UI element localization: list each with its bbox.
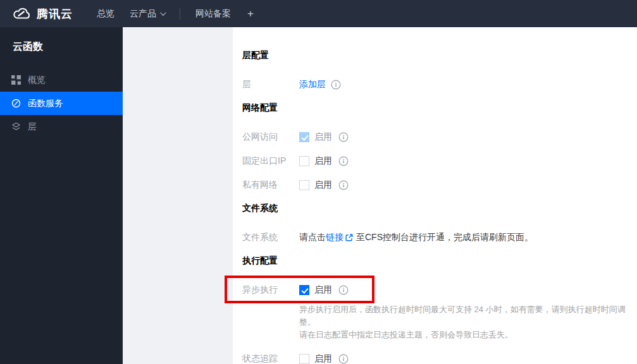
enable-label: 启用 <box>314 353 332 364</box>
status-tracking-checkbox[interactable] <box>299 354 309 364</box>
info-icon[interactable] <box>338 285 349 295</box>
sidebar-item-function-service[interactable]: 函数服务 <box>0 92 123 115</box>
nav-cloud-products[interactable]: 云产品 <box>122 0 172 27</box>
row-vpc: 私有网络 启用 <box>242 179 631 191</box>
sidebar: 云函数 概览 函数服务 层 <box>0 27 123 364</box>
enable-label: 启用 <box>314 131 332 143</box>
info-icon[interactable] <box>338 156 349 166</box>
row-filesystem: 文件系统 请点击 链接 至CFS控制台进行开通，完成后请刷新页面。 <box>242 231 631 244</box>
filesystem-hint: 请点击 链接 至CFS控制台进行开通，完成后请刷新页面。 <box>299 232 533 243</box>
row-status-tracking: 状态追踪 启用 <box>242 353 631 364</box>
collapsed-panel <box>123 27 233 364</box>
nav-icp-label: 网站备案 <box>195 8 231 20</box>
enable-label: 启用 <box>314 155 332 167</box>
info-icon[interactable] <box>338 132 349 142</box>
row-label: 层 <box>242 79 299 90</box>
hint-text-after: 至CFS控制台进行开通，完成后请刷新页面。 <box>356 232 533 243</box>
async-execution-checkbox[interactable] <box>299 285 309 295</box>
layers-icon <box>11 122 21 131</box>
note-line-2: 请在日志配置中指定日志投递主题，否则会导致日志丢失。 <box>299 329 631 341</box>
sidebar-item-label: 函数服务 <box>28 98 63 109</box>
top-bar: 腾讯云 总览 云产品 网站备案 + <box>0 0 637 27</box>
chevron-down-icon <box>160 9 166 16</box>
row-label: 固定出口IP <box>242 155 299 167</box>
nav-divider <box>180 8 180 20</box>
brand-text: 腾讯云 <box>37 6 73 21</box>
sidebar-item-layers[interactable]: 层 <box>0 115 123 138</box>
sidebar-item-label: 层 <box>28 121 37 133</box>
row-fixed-ip: 固定出口IP 启用 <box>242 155 631 167</box>
row-label: 公网访问 <box>242 131 299 143</box>
nav-add-button[interactable]: + <box>238 8 263 20</box>
enable-label: 启用 <box>314 179 332 191</box>
top-nav: 总览 云产品 网站备案 + <box>89 0 263 27</box>
section-network-config: 网络配置 <box>242 102 631 114</box>
row-async-execution: 异步执行 启用 <box>242 284 631 296</box>
info-icon[interactable] <box>338 180 349 190</box>
async-execution-note: 异步执行启用后，函数执行超时时间最大可支持 24 小时，如有需要，请到执行超时时… <box>299 303 631 341</box>
nav-overview-label: 总览 <box>97 8 114 20</box>
row-layer: 层 添加层 <box>242 78 631 91</box>
note-line-1: 异步执行启用后，函数执行超时时间最大可支持 24 小时，如有需要，请到执行超时时… <box>299 303 631 329</box>
row-label: 私有网络 <box>242 179 299 191</box>
external-link-icon[interactable] <box>345 233 354 242</box>
cloud-logo-icon <box>11 6 31 21</box>
add-layer-link[interactable]: 添加层 <box>299 79 326 90</box>
enable-label: 启用 <box>314 284 332 296</box>
nav-icp-filing[interactable]: 网站备案 <box>188 0 238 27</box>
grid-icon <box>11 75 21 85</box>
section-filesystem: 文件系统 <box>242 203 631 214</box>
tencent-cloud-logo[interactable]: 腾讯云 <box>0 6 73 21</box>
vpc-checkbox[interactable] <box>299 180 309 190</box>
info-icon[interactable] <box>331 80 341 90</box>
nav-overview[interactable]: 总览 <box>89 0 122 27</box>
row-label: 异步执行 <box>242 284 299 296</box>
info-icon[interactable] <box>338 354 349 364</box>
settings-panel: 层配置 层 添加层 网络配置 公网访问 启用 固定出口IP 启用 私有网络 启用… <box>233 27 637 364</box>
fixed-ip-checkbox[interactable] <box>299 156 309 166</box>
cfs-link[interactable]: 链接 <box>326 232 343 243</box>
hint-text-before: 请点击 <box>299 232 326 243</box>
public-access-checkbox[interactable] <box>299 132 309 142</box>
sidebar-item-overview[interactable]: 概览 <box>0 68 123 92</box>
row-label: 状态追踪 <box>242 353 299 364</box>
row-label: 文件系统 <box>242 232 299 243</box>
row-public-access: 公网访问 启用 <box>242 131 631 143</box>
nav-products-label: 云产品 <box>130 8 156 20</box>
function-icon <box>11 99 21 108</box>
section-layer-config: 层配置 <box>242 50 631 61</box>
section-execution-config: 执行配置 <box>242 255 631 267</box>
sidebar-item-label: 概览 <box>28 75 46 86</box>
sidebar-title: 云函数 <box>0 27 123 54</box>
